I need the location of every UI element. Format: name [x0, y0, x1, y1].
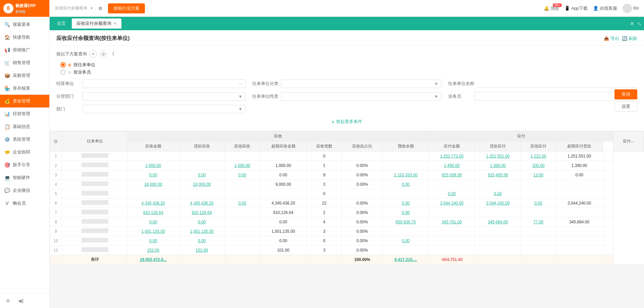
col-settings-header: ⚙ [50, 131, 62, 151]
row-ap-other: 100.00 [521, 161, 556, 170]
settlement-unit-label: 结算单位 [56, 81, 80, 87]
query-btn[interactable]: 查询 [614, 89, 637, 99]
sidebar-item-wechat[interactable]: 💬企业微信 [0, 184, 49, 197]
export-icon: 📤 [604, 36, 609, 41]
sidebar-item-operation[interactable]: 📊经营管理 [0, 107, 49, 120]
messages-btn[interactable]: 🔔 消息 99+ [544, 5, 559, 11]
row-ap-loan [475, 227, 521, 236]
tab-expand-btn[interactable]: ⤡ [637, 20, 641, 27]
business-staff-input[interactable]: ··· [474, 92, 637, 101]
row-ap-amount [429, 236, 475, 246]
row-ap-other: 77.00 [521, 217, 556, 227]
collapse-more-btn[interactable]: ∧ 收起更多条件 [56, 117, 637, 126]
row-ar-amount [128, 151, 179, 161]
export-btn[interactable]: 📤 导出 [604, 36, 619, 42]
col-partner-header: 往来单位 [62, 131, 128, 151]
by-staff-radio[interactable] [60, 70, 66, 75]
search-buttons: 查询 设置 [614, 89, 637, 112]
nav-icon-quick: 🏠 [4, 35, 10, 40]
sidebar-item-search[interactable]: 🔍搜索菜单 [0, 18, 49, 31]
sidebar-settings-btn[interactable]: ⚙ [3, 297, 13, 305]
row-ap-amount: 1,252,773.00 [429, 151, 475, 161]
unit-category-input[interactable]: ▼ [281, 80, 441, 88]
col-ap-other-header: 其他应付 [521, 141, 556, 151]
row-ap-col [603, 180, 613, 189]
logo-icon: 6 [3, 3, 13, 13]
search-panel: 按以下方案查询 + ⊙ 《 ⊕ 按往来单位 ⊕ [50, 46, 644, 131]
row-ap-col [603, 227, 613, 236]
row-ap-overdue [556, 227, 603, 236]
sidebar-item-sales[interactable]: 🛒销售管理 [0, 56, 49, 69]
row-ar-amount: 1,001,135.00 [128, 227, 179, 236]
row-ar-ratio: 0.00% [342, 208, 383, 217]
by-unit-radio[interactable] [60, 62, 66, 68]
row-ar-overdue: 0.00 [260, 236, 307, 246]
supervise-dept-input[interactable]: ▼ [83, 92, 246, 101]
row-ar-amount: 152.00 [128, 246, 179, 255]
row-num: 1 [50, 151, 62, 161]
user-avatar-area[interactable]: Rit [623, 4, 639, 13]
row-ar-count: 0 [307, 189, 342, 199]
row-ap-loan [475, 246, 521, 255]
dept-input[interactable]: ▼ [83, 105, 246, 113]
row-ap-loan: 345,684.00 [475, 217, 521, 227]
sidebar-item-hardware[interactable]: 💻智能硬件 [0, 171, 49, 184]
breadcrumb: 应收应付余额查询 [55, 5, 87, 11]
sidebar-collapse-btn[interactable]: ◀‖ [15, 297, 26, 305]
row-partner [62, 227, 128, 236]
row-ar-count: 3 [307, 227, 342, 236]
footer-ar-amount[interactable]: 19,553,472,6... [128, 255, 179, 264]
row-ar-amount: 4,345,436.20 [128, 199, 179, 208]
tab-close-all-btn[interactable]: ✕ [630, 20, 634, 27]
add-scheme-btn[interactable]: + [90, 50, 97, 58]
sidebar-item-quick[interactable]: 🏠快捷导航 [0, 31, 49, 44]
unit-category-arrow: ▼ [434, 81, 438, 86]
row-ap-loan [475, 236, 521, 246]
footer-ar-prepay[interactable]: 6,417,215.... [383, 255, 429, 264]
refresh-btn[interactable]: 🔄 刷新 [622, 36, 637, 42]
row-ar-ratio: 0.00% [342, 170, 383, 180]
table-row: 4 18,000.00 18,000.00 9,000.00 3 0.00% 0… [50, 180, 644, 189]
sidebar-item-corp[interactable]: 🤝企业协同 [0, 146, 49, 159]
row-partner [62, 161, 128, 170]
tab-ar-ap[interactable]: 应收应付余额查询 ✕ [72, 18, 121, 29]
row-ap-other [521, 227, 556, 236]
promo-button[interactable]: 体验行业方案 [108, 3, 145, 13]
row-ar-other [225, 227, 260, 236]
row-ar-prepay [383, 151, 429, 161]
row-ar-overdue [260, 151, 307, 161]
sidebar-item-basic[interactable]: 📋基础信息 [0, 120, 49, 133]
sidebar: 6 畅捷通ERP 标准版 🔍搜索菜单🏠快捷导航📢营销推广🛒销售管理📦采购管理🏪库… [0, 0, 50, 308]
row-ap-loan: 3,044,240.00 [475, 199, 521, 208]
table-settings-icon[interactable]: ⚙ [54, 139, 58, 144]
unit-nature-input[interactable]: ▼ [281, 92, 441, 101]
by-staff-option[interactable]: ⊕ 按业务员 [60, 69, 637, 75]
tab-home[interactable]: 首页 [52, 18, 70, 29]
settings-btn[interactable]: 设置 [614, 101, 637, 112]
settlement-unit-dots[interactable]: ··· [238, 81, 243, 86]
sidebar-item-marketing[interactable]: 📢营销推广 [0, 44, 49, 56]
sidebar-item-vip[interactable]: V畅会员 [0, 197, 49, 210]
row-ar-amount [128, 189, 179, 199]
app-download-btn[interactable]: 📱 App下载 [565, 5, 588, 11]
collapse-nav-btn[interactable]: 《 [110, 51, 114, 57]
scheme-settings-btn[interactable]: ⊙ [100, 50, 107, 58]
nav-icon-finance: 💰 [4, 98, 10, 104]
tab-home-label: 首页 [57, 20, 66, 27]
page-title: 应收应付余额查询(按往来单位) [56, 35, 130, 42]
row-ar-count: 4 [307, 217, 342, 227]
online-service-btn[interactable]: 👤 在线客服 [593, 5, 617, 11]
sidebar-item-purchase[interactable]: 📦采购管理 [0, 69, 49, 82]
by-unit-option[interactable]: ⊕ 按往来单位 [60, 62, 637, 68]
sidebar-item-newbie[interactable]: 🎯新手引导 [0, 159, 49, 171]
unit-name-input[interactable] [477, 80, 637, 88]
tab-close-btn[interactable]: ✕ [113, 21, 117, 26]
row-ar-prepay: 2,153,333.00 [383, 170, 429, 180]
sidebar-item-finance[interactable]: 💰资金管理 [0, 95, 49, 107]
breadcrumb-dropdown[interactable]: ▼ [90, 6, 93, 10]
nav-label-wechat: 企业微信 [13, 187, 30, 193]
sidebar-item-inventory[interactable]: 🏪库存核算 [0, 82, 49, 95]
header-gear-btn[interactable]: ⚙ [96, 4, 105, 13]
settlement-unit-input[interactable]: ··· [83, 79, 246, 88]
sidebar-item-system[interactable]: ⚙️系统管理 [0, 133, 49, 146]
